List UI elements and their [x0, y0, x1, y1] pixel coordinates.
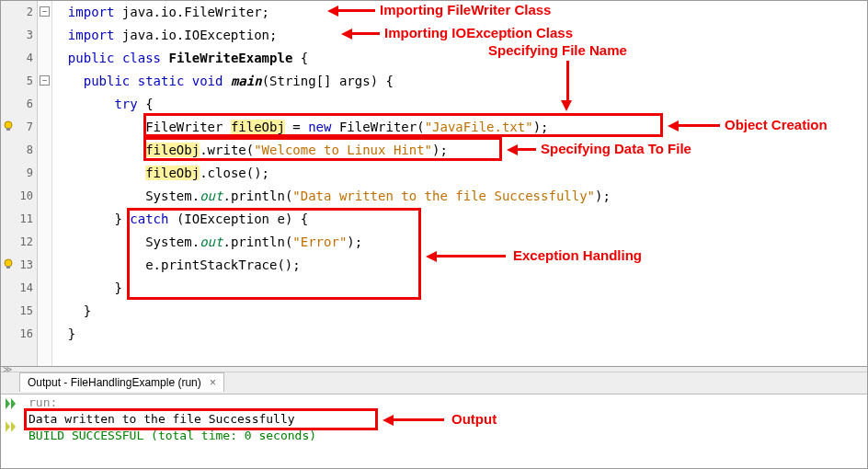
arrow-line — [338, 9, 375, 12]
annotation-label: Exception Handling — [513, 247, 642, 263]
svg-rect-3 — [6, 266, 10, 269]
svg-rect-1 — [6, 128, 10, 131]
arrow-line — [437, 255, 506, 257]
annotation-label: Importing FileWriter Class — [380, 2, 551, 17]
svg-point-2 — [5, 259, 12, 267]
code-line[interactable]: } — [52, 323, 867, 346]
arrow-line — [352, 32, 380, 35]
hint-bulb-icon[interactable] — [3, 258, 14, 269]
annotation-label: Output — [451, 411, 497, 428]
fold-toggle[interactable]: − — [40, 75, 50, 86]
output-line: BUILD SUCCESSFUL (total time: 0 seconds) — [29, 428, 867, 444]
run-icon[interactable] — [3, 419, 19, 434]
arrow-line — [518, 148, 536, 151]
output-line: run: — [29, 395, 867, 411]
output-body[interactable]: run: Data written to the file Successful… — [1, 395, 867, 444]
line-number-gutter: 2 3 4 5 6 7 8 9 10 11 12 13 14 15 16 — [1, 1, 38, 366]
arrow-line — [394, 418, 444, 421]
code-line[interactable]: } catch (IOException e) { — [52, 208, 867, 231]
fold-toggle[interactable]: − — [40, 6, 50, 17]
output-line: Data written to the file Successfully — [29, 411, 867, 428]
arrow-icon — [327, 6, 338, 17]
arrow-icon — [668, 120, 679, 132]
annotation-label: Importing IOException Class — [384, 25, 573, 40]
output-tab[interactable]: Output - FileHandlingExample (run) × — [19, 372, 224, 392]
code-editor[interactable]: 2 3 4 5 6 7 8 9 10 11 12 13 14 15 16 − −… — [1, 1, 867, 367]
output-panel: Output - FileHandlingExample (run) × run… — [1, 372, 867, 469]
svg-point-0 — [5, 121, 12, 129]
code-area[interactable]: import java.io.FileWriter; import java.i… — [52, 1, 867, 346]
fold-column: − − — [38, 1, 52, 366]
arrow-line — [566, 61, 569, 102]
hint-bulb-icon[interactable] — [3, 120, 14, 132]
code-line[interactable]: fileObj.close(); — [52, 162, 867, 185]
code-line[interactable]: } — [52, 277, 867, 300]
code-line[interactable]: public class FileWriteExample { — [52, 47, 867, 70]
annotation-label: Object Creation — [725, 117, 828, 132]
output-tab-label: Output - FileHandlingExample (run) — [28, 376, 201, 389]
code-line[interactable]: } — [52, 300, 867, 323]
code-line[interactable]: System.out.println("Error"); — [52, 231, 867, 254]
arrow-icon — [341, 29, 352, 40]
code-line[interactable]: fileObj.write("Welcome to Linux Hint"); — [52, 139, 867, 162]
code-line[interactable]: System.out.println("Data written to the … — [52, 185, 867, 208]
arrow-icon — [561, 100, 572, 111]
arrow-line — [679, 124, 720, 127]
arrow-icon — [507, 144, 518, 155]
code-line[interactable]: public static void main(String[] args) { — [52, 70, 867, 93]
close-icon[interactable]: × — [210, 376, 216, 389]
run-icon[interactable] — [3, 396, 19, 411]
annotation-label: Specifying Data To File — [541, 141, 691, 156]
output-tab-bar: Output - FileHandlingExample (run) × — [1, 372, 867, 395]
code-line[interactable]: try { — [52, 93, 867, 116]
arrow-icon — [383, 415, 394, 426]
annotation-label: Specifying File Name — [488, 42, 627, 58]
output-toolbar — [1, 395, 23, 440]
arrow-icon — [426, 251, 437, 262]
